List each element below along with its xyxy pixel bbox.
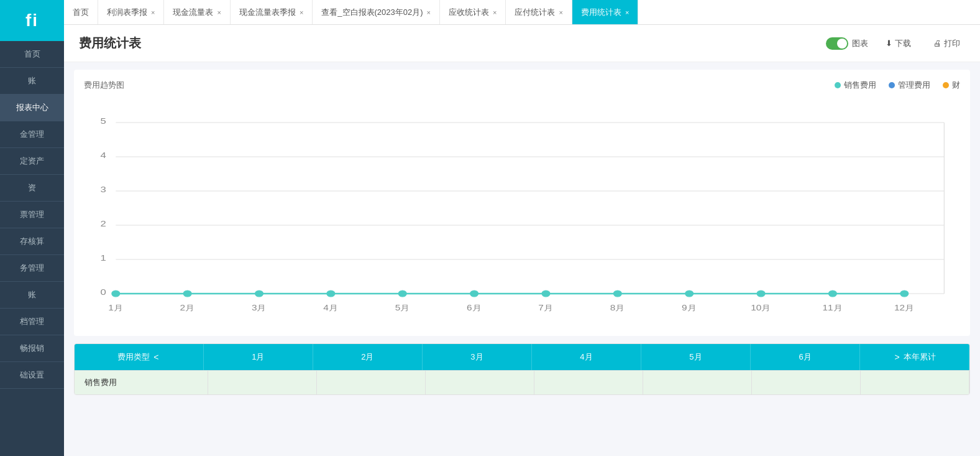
tab-cashflow[interactable]: 现金流量表 × (164, 0, 230, 25)
svg-text:11月: 11月 (823, 304, 843, 312)
legend-dot-sales (835, 82, 841, 88)
prev-month-arrow[interactable]: < (152, 352, 160, 362)
svg-point-14 (183, 291, 191, 297)
sidebar-item-home[interactable]: 首页 (0, 41, 64, 68)
td-sales-type: 销售费用 (75, 371, 208, 394)
svg-text:4: 4 (101, 151, 106, 160)
svg-point-24 (900, 291, 909, 297)
tab-blank-report[interactable]: 查看_空白报表(2023年02月) × (313, 0, 440, 25)
toggle-switch[interactable] (826, 37, 848, 50)
sidebar: fi 首页 账 报表中心 金管理 定资产 资 票管理 存核算 务管理 账 档管理… (0, 0, 64, 456)
tab-payable[interactable]: 应付统计表 × (506, 0, 572, 25)
download-button[interactable]: ⬇ 下载 (881, 35, 916, 52)
chart-svg: 0 1 2 3 4 5 (84, 96, 960, 326)
chart-title: 费用趋势图 (84, 80, 124, 91)
td-sales-m5 (643, 371, 752, 394)
chart-toggle[interactable]: 图表 (826, 37, 868, 50)
th-month-1: 1月 (204, 344, 313, 370)
svg-text:0: 0 (101, 287, 106, 297)
close-tab-cashflow[interactable]: × (217, 9, 221, 16)
svg-point-16 (327, 291, 335, 297)
tab-cashflow-quarterly[interactable]: 现金流量表季报 × (231, 0, 313, 25)
svg-text:7月: 7月 (538, 304, 553, 312)
chart-header: 费用趋势图 销售费用 管理费用 财 (84, 80, 960, 91)
table-row-sales: 销售费用 (75, 370, 969, 394)
expense-table: 费用类型 < 1月 2月 3月 4月 5月 (74, 343, 970, 395)
tab-home[interactable]: 首页 (64, 0, 98, 25)
svg-text:3月: 3月 (252, 304, 267, 312)
sidebar-item-account[interactable]: 账 (0, 68, 64, 95)
th-cost-type: 费用类型 < (75, 344, 204, 370)
svg-point-13 (112, 291, 120, 297)
sidebar-item-inventory[interactable]: 存核算 (0, 228, 64, 255)
close-tab-expense[interactable]: × (625, 9, 629, 16)
tab-receivable[interactable]: 应收统计表 × (440, 0, 506, 25)
sidebar-logo: fi (0, 0, 64, 41)
svg-text:5: 5 (101, 116, 106, 126)
svg-text:5月: 5月 (395, 304, 410, 312)
th-month-3: 3月 (423, 344, 532, 370)
tab-profit-quarterly[interactable]: 利润表季报 × (98, 0, 164, 25)
page-content: 费用统计表 图表 ⬇ 下载 🖨 打印 费用趋势图 (64, 25, 980, 456)
close-tab-receivable[interactable]: × (493, 9, 497, 16)
svg-text:4月: 4月 (323, 304, 338, 312)
chart-section: 费用趋势图 销售费用 管理费用 财 (74, 70, 970, 336)
sidebar-item-fund-management[interactable]: 金管理 (0, 121, 64, 148)
svg-text:1: 1 (101, 253, 106, 263)
sidebar-item-file[interactable]: 档管理 (0, 309, 64, 335)
svg-text:2: 2 (101, 219, 106, 228)
svg-text:3: 3 (101, 185, 106, 194)
legend-dot-manage (889, 82, 895, 88)
svg-text:8月: 8月 (610, 304, 625, 312)
td-sales-m1 (208, 371, 317, 394)
svg-point-15 (255, 291, 263, 297)
table-header: 费用类型 < 1月 2月 3月 4月 5月 (75, 344, 969, 370)
header-actions: 图表 ⬇ 下载 🖨 打印 (826, 35, 965, 52)
td-sales-m4 (534, 371, 643, 394)
close-tab-payable[interactable]: × (559, 9, 562, 16)
svg-point-21 (685, 291, 694, 297)
svg-point-19 (542, 291, 550, 297)
legend-finance-cost: 财 (943, 80, 960, 91)
page-header: 费用统计表 图表 ⬇ 下载 🖨 打印 (64, 25, 980, 62)
th-year-total: > 本年累计 (860, 344, 969, 370)
svg-text:10月: 10月 (751, 304, 771, 312)
tab-bar: 首页 利润表季报 × 现金流量表 × 现金流量表季报 × 查看_空白报表(202… (64, 0, 980, 25)
print-button[interactable]: 🖨 打印 (928, 35, 965, 52)
legend-manage-cost: 管理费用 (889, 80, 930, 91)
close-tab-cashflow-quarterly[interactable]: × (300, 9, 303, 16)
sidebar-item-reimbursement[interactable]: 畅报销 (0, 335, 64, 362)
svg-text:6月: 6月 (467, 304, 482, 312)
close-tab-profit-quarterly[interactable]: × (151, 9, 155, 16)
td-sales-m2 (317, 371, 426, 394)
next-month-arrow[interactable]: > (893, 352, 900, 362)
svg-point-22 (757, 291, 765, 297)
sidebar-item-fixed-assets[interactable]: 定资产 (0, 148, 64, 175)
svg-point-17 (398, 291, 406, 297)
th-month-4: 4月 (532, 344, 641, 370)
legend-dot-finance (943, 82, 949, 88)
svg-text:9月: 9月 (682, 304, 697, 312)
td-sales-total (861, 371, 969, 394)
page-title: 费用统计表 (79, 35, 141, 52)
close-tab-blank-report[interactable]: × (427, 9, 431, 16)
sidebar-item-ticket[interactable]: 票管理 (0, 202, 64, 228)
svg-text:12月: 12月 (894, 304, 915, 312)
td-sales-m3 (426, 371, 534, 394)
print-icon: 🖨 (933, 39, 941, 48)
svg-text:1月: 1月 (108, 304, 123, 312)
svg-point-18 (470, 291, 479, 297)
svg-point-20 (613, 291, 621, 297)
sidebar-item-report-center[interactable]: 报表中心 (0, 95, 64, 121)
sidebar-item-service[interactable]: 务管理 (0, 255, 64, 282)
th-month-5: 5月 (641, 344, 751, 370)
svg-text:2月: 2月 (180, 304, 195, 312)
sidebar-item-basic-settings[interactable]: 础设置 (0, 362, 64, 389)
chart-legend: 销售费用 管理费用 财 (835, 80, 960, 91)
sidebar-item-assets[interactable]: 资 (0, 175, 64, 202)
legend-sales-cost: 销售费用 (835, 80, 876, 91)
svg-point-23 (829, 291, 837, 297)
sidebar-item-ledger[interactable]: 账 (0, 282, 64, 309)
th-month-6: 6月 (751, 344, 860, 370)
tab-expense[interactable]: 费用统计表 × (572, 0, 638, 25)
